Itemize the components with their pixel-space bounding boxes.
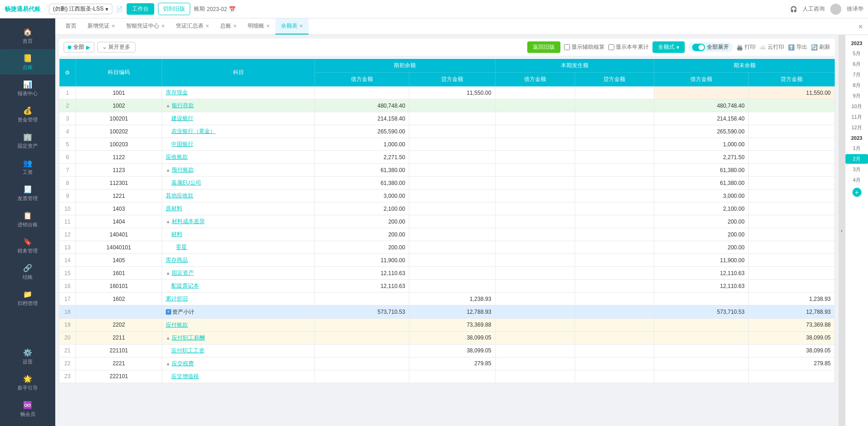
current-debit bbox=[495, 215, 575, 228]
sidebar-item-reports[interactable]: 📊 报表中心 bbox=[0, 75, 55, 101]
month-10[interactable]: 10月 bbox=[845, 102, 868, 111]
sidebar-item-guide[interactable]: 🌟 新手引导 bbox=[0, 370, 55, 395]
calendar-icon[interactable]: 📅 bbox=[229, 6, 236, 12]
show-auxiliary-check[interactable]: 显示辅助核算 bbox=[564, 43, 605, 51]
account-name-link[interactable]: 中国银行 bbox=[171, 141, 193, 147]
collapse-arrow[interactable]: › bbox=[839, 35, 845, 426]
toolbar-right: 返回旧版 显示辅助核算 显示本年累计 全额式 ▾ bbox=[527, 41, 830, 53]
sidebar-item-funds[interactable]: 💰 资金管理 bbox=[0, 102, 55, 127]
month-1[interactable]: 1月 bbox=[845, 144, 868, 153]
account-name-link[interactable]: 应付职工薪酬 bbox=[172, 334, 205, 341]
account-name-link[interactable]: 配提票记本 bbox=[171, 282, 199, 289]
tab-detail-ledger-close[interactable]: ✕ bbox=[266, 23, 270, 29]
account-name-link[interactable]: 应交增值税 bbox=[171, 373, 199, 380]
tab-smart-voucher-close[interactable]: ✕ bbox=[161, 23, 165, 29]
sidebar-item-close[interactable]: 🔗 结账 bbox=[0, 259, 55, 284]
tab-new-voucher-close[interactable]: ✕ bbox=[111, 23, 115, 29]
account-name-link[interactable]: 库存现金 bbox=[166, 89, 188, 96]
sidebar-item-tax[interactable]: 🔖 税务管理 bbox=[0, 233, 55, 258]
refresh-btn[interactable]: 🔄 刷新 bbox=[811, 43, 830, 51]
return-old-btn[interactable]: 返回旧版 bbox=[527, 41, 560, 53]
row-code: 1122 bbox=[76, 151, 162, 164]
account-name-link[interactable]: 建设银行 bbox=[171, 115, 193, 121]
tab-detail-ledger[interactable]: 明细账 ✕ bbox=[242, 18, 275, 35]
expand-more-btn[interactable]: ⌄ 展开更多 bbox=[97, 42, 135, 52]
account-name-link[interactable]: 固定资产 bbox=[172, 270, 194, 276]
tab-voucher-summary[interactable]: 凭证汇总表 ✕ bbox=[170, 18, 215, 35]
month-11[interactable]: 11月 bbox=[845, 112, 868, 122]
tab-balance[interactable]: 余额表 ✕ bbox=[275, 18, 309, 35]
account-name-link[interactable]: 应付账款 bbox=[166, 322, 188, 328]
account-name-link[interactable]: 嘉属EU公司 bbox=[171, 179, 201, 186]
toggle-switch[interactable] bbox=[692, 44, 705, 51]
tab-new-voucher[interactable]: 新增凭证 ✕ bbox=[82, 18, 121, 35]
th-end-balance: 期末余额 bbox=[654, 59, 835, 73]
close-all-tabs[interactable]: ✕ bbox=[858, 23, 863, 30]
tab-voucher-summary-close[interactable]: ✕ bbox=[205, 23, 209, 29]
sidebar-item-invoices[interactable]: 🧾 发票管理 bbox=[0, 180, 55, 206]
row-code bbox=[76, 305, 162, 319]
account-name-link[interactable]: 农业银行（黄金） bbox=[171, 128, 216, 134]
sidebar-item-ledger[interactable]: 📒 总账 bbox=[0, 49, 55, 75]
expand-row-icon[interactable]: ▲ bbox=[166, 335, 172, 340]
month-9[interactable]: 9月 bbox=[845, 91, 868, 101]
tab-balance-close[interactable]: ✕ bbox=[299, 23, 303, 29]
sidebar-item-assets[interactable]: 🏢 固定资产 bbox=[0, 128, 55, 153]
sidebar-item-home[interactable]: 🏠 首页 bbox=[0, 23, 55, 48]
expand-all-toggle[interactable]: 全部展开 bbox=[688, 42, 733, 52]
month-4[interactable]: 4月 bbox=[845, 175, 868, 185]
account-name-link[interactable]: 银行存款 bbox=[172, 102, 194, 109]
show-ytd-check[interactable]: 显示本年累计 bbox=[608, 43, 649, 51]
expand-row-icon[interactable]: ▲ bbox=[166, 167, 172, 173]
month-3[interactable]: 3月 bbox=[845, 165, 868, 174]
tab-smart-voucher[interactable]: 智能凭证中心 ✕ bbox=[121, 18, 170, 35]
closing-credit: 73,369.88 bbox=[748, 318, 834, 331]
account-name-link[interactable]: 预付账款 bbox=[172, 167, 194, 173]
account-name-link[interactable]: 材料成本差异 bbox=[172, 218, 205, 225]
expand-row-icon[interactable]: ▲ bbox=[166, 219, 172, 224]
account-name-link[interactable]: 累计折旧 bbox=[166, 295, 188, 302]
export-btn[interactable]: ⬆️ 导出 bbox=[788, 43, 807, 51]
account-name-link[interactable]: 材料 bbox=[171, 231, 182, 237]
sidebar-item-member[interactable]: ♾️ 畅会员 bbox=[0, 396, 55, 421]
doc-icon[interactable]: 📄 bbox=[116, 6, 123, 12]
switch-button[interactable]: 切到旧版 bbox=[158, 3, 190, 15]
month-2-active[interactable]: 2月 bbox=[845, 154, 868, 164]
sidebar-item-archive[interactable]: 📁 归档管理 bbox=[0, 285, 55, 311]
tab-ledger[interactable]: 总账 ✕ bbox=[215, 18, 242, 35]
tab-ledger-close[interactable]: ✕ bbox=[233, 23, 237, 29]
account-name-link[interactable]: 原材料 bbox=[166, 205, 182, 212]
account-name-link[interactable]: 零星 bbox=[176, 244, 187, 250]
month-8[interactable]: 8月 bbox=[845, 81, 868, 90]
current-debit bbox=[495, 293, 575, 305]
month-6[interactable]: 6月 bbox=[845, 59, 868, 69]
all-filter-label: 全部 bbox=[73, 43, 84, 51]
expand-row-icon[interactable]: ▲ bbox=[166, 271, 172, 276]
sidebar-item-sales[interactable]: 📋 进销台账 bbox=[0, 207, 55, 232]
workbench-button[interactable]: 工作台 bbox=[127, 3, 154, 15]
expand-row-icon[interactable]: ▲ bbox=[166, 103, 172, 108]
account-name-link[interactable]: 其他应收款 bbox=[166, 192, 193, 199]
expand-row-icon[interactable]: ▲ bbox=[166, 361, 172, 366]
ytd-checkbox[interactable] bbox=[608, 44, 614, 50]
all-filter[interactable]: 全部 ▶ bbox=[64, 42, 94, 52]
tab-home[interactable]: 首页 bbox=[60, 18, 82, 35]
auxiliary-checkbox[interactable] bbox=[564, 44, 570, 50]
month-5[interactable]: 5月 bbox=[845, 49, 868, 58]
month-12[interactable]: 12月 bbox=[845, 123, 868, 132]
consult-label[interactable]: 人工咨询 bbox=[803, 5, 825, 13]
cloud-print-btn[interactable]: ☁️ 云打印 bbox=[759, 43, 784, 51]
sidebar-label-member: 畅会员 bbox=[20, 411, 35, 418]
account-name-link[interactable]: 应收账款 bbox=[166, 154, 188, 160]
account-name-link[interactable]: 应交税费 bbox=[172, 360, 194, 367]
account-name-link[interactable]: 应付职工工资 bbox=[171, 347, 204, 354]
settings-icon: ⚙️ bbox=[23, 348, 32, 357]
account-name-link[interactable]: 库存商品 bbox=[166, 257, 188, 263]
sidebar-item-payroll[interactable]: 👥 工资 bbox=[0, 154, 55, 179]
month-7[interactable]: 7月 bbox=[845, 70, 868, 80]
company-selector[interactable]: (勿删) 江西股圣-LSS ▾ bbox=[49, 4, 112, 14]
add-period-btn[interactable]: + bbox=[852, 188, 862, 197]
full-format-btn[interactable]: 全额式 ▾ bbox=[652, 41, 685, 53]
print-btn[interactable]: 🖨️ 打印 bbox=[736, 43, 756, 51]
sidebar-item-settings[interactable]: ⚙️ 设置 bbox=[0, 344, 55, 369]
